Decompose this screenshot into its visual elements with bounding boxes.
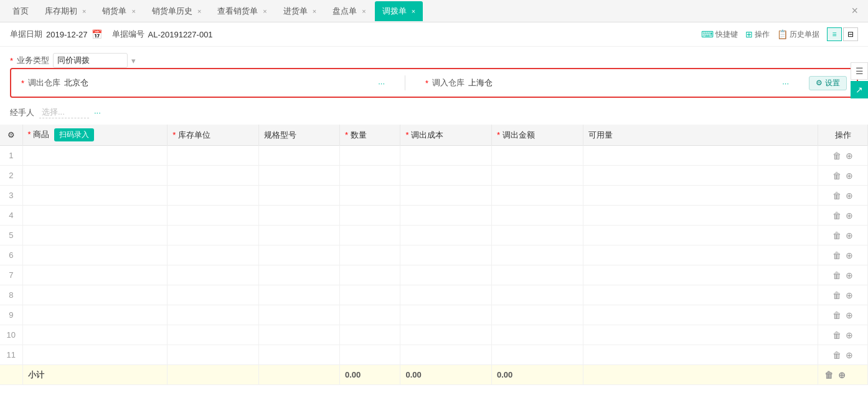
subtotal-delete[interactable]: 🗑: [824, 370, 833, 380]
row-available[interactable]: [583, 305, 818, 325]
row-cost[interactable]: [400, 245, 492, 265]
delete-row-button[interactable]: 🗑: [833, 211, 841, 221]
row-qty[interactable]: [339, 345, 400, 365]
row-amount[interactable]: [492, 226, 583, 245]
row-product[interactable]: [22, 345, 167, 365]
copy-row-button[interactable]: ⊕: [846, 350, 853, 360]
row-product[interactable]: [22, 206, 167, 226]
row-product[interactable]: [22, 146, 167, 166]
copy-row-button[interactable]: ⊕: [846, 151, 853, 161]
tab-transfer[interactable]: 调拨单 ×: [375, 1, 423, 21]
row-spec[interactable]: [258, 305, 339, 325]
row-unit[interactable]: [167, 265, 259, 285]
tab-sales-history[interactable]: 销货单历史 ×: [144, 1, 209, 21]
calendar-icon[interactable]: 📅: [92, 29, 102, 39]
delete-row-button[interactable]: 🗑: [833, 270, 841, 280]
row-spec[interactable]: [258, 345, 339, 365]
row-spec[interactable]: [258, 325, 339, 345]
delete-row-button[interactable]: 🗑: [833, 151, 841, 161]
row-available[interactable]: [583, 345, 818, 365]
settings-button[interactable]: ⚙ 设置: [809, 76, 847, 90]
row-cost[interactable]: [400, 166, 492, 186]
row-spec[interactable]: [258, 206, 339, 226]
row-available[interactable]: [583, 226, 818, 245]
copy-row-button[interactable]: ⊕: [846, 191, 853, 201]
row-cost[interactable]: [400, 206, 492, 226]
row-unit[interactable]: [167, 305, 259, 325]
row-qty[interactable]: [339, 265, 400, 285]
sidebar-list-icon[interactable]: ☰: [851, 62, 868, 80]
row-cost[interactable]: [400, 285, 492, 305]
row-amount[interactable]: [492, 166, 583, 186]
row-amount[interactable]: [492, 265, 583, 285]
row-available[interactable]: [583, 245, 818, 265]
row-unit[interactable]: [167, 285, 259, 305]
row-cost[interactable]: [400, 146, 492, 166]
copy-row-button[interactable]: ⊕: [846, 330, 853, 340]
row-product[interactable]: [22, 245, 167, 265]
row-unit[interactable]: [167, 325, 259, 345]
row-available[interactable]: [583, 166, 818, 186]
row-spec[interactable]: [258, 146, 339, 166]
close-transfer[interactable]: ×: [412, 7, 415, 15]
copy-row-button[interactable]: ⊕: [846, 250, 853, 260]
delete-row-button[interactable]: 🗑: [833, 231, 841, 240]
transfer-out-value[interactable]: 北京仓: [64, 77, 88, 88]
close-sales-history[interactable]: ×: [197, 7, 201, 15]
transfer-in-value[interactable]: 上海仓: [468, 77, 493, 88]
row-available[interactable]: [583, 146, 818, 166]
row-product[interactable]: [22, 186, 167, 206]
layout-btn-lines[interactable]: ≡: [827, 27, 842, 41]
row-cost[interactable]: [400, 325, 492, 345]
row-qty[interactable]: [339, 245, 400, 265]
row-spec[interactable]: [258, 226, 339, 245]
row-unit[interactable]: [167, 146, 259, 166]
operations-button[interactable]: ⊞ 操作: [745, 29, 770, 40]
row-available[interactable]: [583, 186, 818, 206]
row-amount[interactable]: [492, 345, 583, 365]
row-cost[interactable]: [400, 305, 492, 325]
tab-purchase-order[interactable]: 进货单 ×: [276, 1, 324, 21]
copy-row-button[interactable]: ⊕: [846, 211, 853, 221]
row-qty[interactable]: [339, 186, 400, 206]
tab-sales-order[interactable]: 销货单 ×: [95, 1, 143, 21]
close-purchase-order[interactable]: ×: [313, 7, 316, 15]
close-inventory-init[interactable]: ×: [82, 7, 86, 15]
row-qty[interactable]: [339, 325, 400, 345]
row-product[interactable]: [22, 166, 167, 186]
delete-row-button[interactable]: 🗑: [833, 310, 841, 320]
layout-btn-grid[interactable]: ⊟: [843, 27, 858, 41]
handler-more[interactable]: ···: [94, 108, 101, 117]
row-amount[interactable]: [492, 325, 583, 345]
row-available[interactable]: [583, 206, 818, 226]
shortcuts-button[interactable]: ⌨ 快捷键: [701, 29, 738, 40]
row-qty[interactable]: [339, 305, 400, 325]
row-spec[interactable]: [258, 285, 339, 305]
row-amount[interactable]: [492, 146, 583, 166]
history-button[interactable]: 📋 历史单据: [777, 29, 819, 40]
row-amount[interactable]: [492, 186, 583, 206]
row-product[interactable]: [22, 305, 167, 325]
row-cost[interactable]: [400, 186, 492, 206]
delete-row-button[interactable]: 🗑: [833, 171, 841, 181]
subtotal-copy[interactable]: ⊕: [838, 370, 846, 380]
row-spec[interactable]: [258, 186, 339, 206]
row-qty[interactable]: [339, 285, 400, 305]
th-settings[interactable]: ⚙: [0, 125, 22, 146]
row-spec[interactable]: [258, 166, 339, 186]
tab-view-sales[interactable]: 查看销货单 ×: [210, 1, 274, 21]
row-product[interactable]: [22, 325, 167, 345]
close-stocktake[interactable]: ×: [362, 7, 366, 15]
row-amount[interactable]: [492, 285, 583, 305]
row-unit[interactable]: [167, 206, 259, 226]
copy-row-button[interactable]: ⊕: [846, 290, 853, 300]
row-unit[interactable]: [167, 166, 259, 186]
window-close-button[interactable]: ×: [846, 4, 863, 17]
row-product[interactable]: [22, 265, 167, 285]
copy-row-button[interactable]: ⊕: [846, 310, 853, 320]
delete-row-button[interactable]: 🗑: [833, 350, 841, 360]
row-unit[interactable]: [167, 345, 259, 365]
row-unit[interactable]: [167, 245, 259, 265]
delete-row-button[interactable]: 🗑: [833, 250, 841, 260]
transfer-in-more[interactable]: ···: [782, 79, 789, 88]
